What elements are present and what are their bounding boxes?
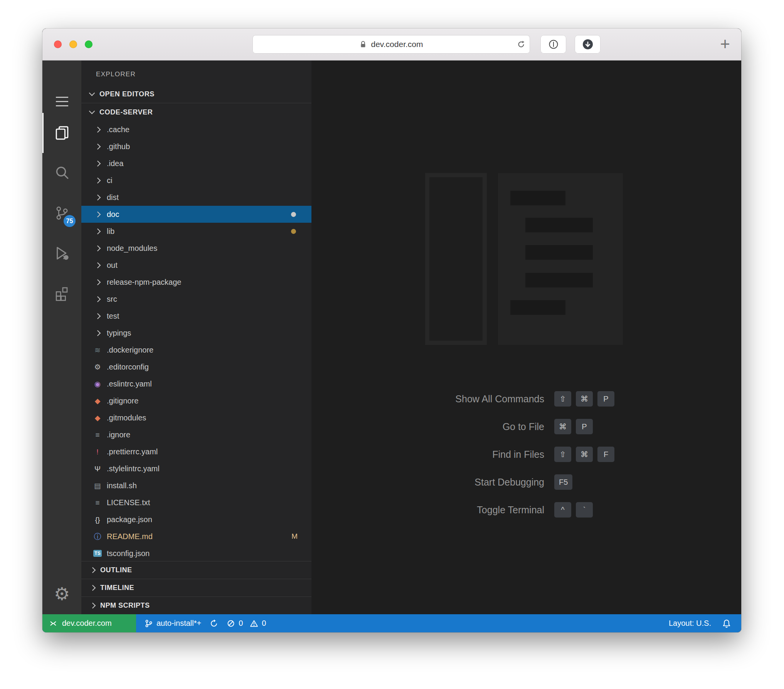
traffic-lights [54, 40, 93, 48]
browser-window: dev.coder.com [42, 29, 741, 632]
tree-file-.editorconfig[interactable]: ⚙.editorconfig [81, 358, 311, 375]
entry-name: .cache [107, 125, 130, 134]
content-blocker-button[interactable] [540, 35, 566, 54]
tree-file-.eslintrc.yaml[interactable]: ◉.eslintrc.yaml [81, 375, 311, 392]
git-branch-icon [145, 619, 153, 628]
shortcut-keys: ^` [554, 502, 593, 518]
tree-file-tsconfig.json[interactable]: TStsconfig.json [81, 545, 311, 561]
modified-indicator-dot [291, 212, 296, 217]
open-editors-header[interactable]: OPEN EDITORS [81, 85, 311, 103]
shortcut-label: Start Debugging [321, 477, 554, 488]
keycap: P [576, 419, 593, 434]
chevron-right-icon [90, 603, 96, 609]
editorconfig-gear-icon: ⚙ [92, 363, 103, 371]
source-control-tab[interactable]: 75 [42, 193, 81, 233]
sync-button[interactable] [210, 619, 218, 628]
tree-folder-.idea[interactable]: .idea [81, 155, 311, 172]
tree-folder-ci[interactable]: ci [81, 172, 311, 189]
chevron-right-icon [92, 314, 103, 318]
npm-scripts-section-header[interactable]: NPM SCRIPTS [81, 597, 311, 614]
shortcut-keys: ⌘P [554, 419, 593, 434]
tree-file-.gitmodules[interactable]: ◆.gitmodules [81, 409, 311, 426]
chevron-right-icon [92, 229, 103, 234]
chevron-right-icon [92, 161, 103, 166]
settings-gear-icon[interactable]: ⚙ [42, 585, 81, 603]
explorer-sidebar: EXPLORER OPEN EDITORS CODE-SERVER .cache… [81, 60, 311, 614]
tree-folder-doc[interactable]: doc [81, 206, 311, 223]
shortcut-keys: ⇧⌘P [554, 391, 614, 407]
branch-label: auto-install*+ [156, 619, 201, 628]
tree-file-.gitignore[interactable]: ◆.gitignore [81, 392, 311, 409]
keyboard-layout-indicator[interactable]: Layout: U.S. [669, 619, 711, 628]
keycap: ` [576, 502, 593, 518]
close-button[interactable] [54, 40, 62, 48]
entry-name: release-npm-package [107, 278, 181, 287]
timeline-section-header[interactable]: TIMELINE [81, 579, 311, 597]
tree-folder-test[interactable]: test [81, 308, 311, 324]
tree-file-package.json[interactable]: {}package.json [81, 511, 311, 528]
notifications-bell-icon[interactable] [722, 619, 731, 628]
shortcut-label: Go to File [321, 421, 554, 432]
watermark-bar [525, 245, 593, 260]
docker-icon: ≋ [92, 346, 103, 354]
problems-indicator[interactable]: 0 [227, 619, 243, 628]
entry-name: .prettierrc.yaml [107, 447, 158, 456]
tree-file-.ignore[interactable]: ≡.ignore [81, 426, 311, 443]
extensions-tab[interactable] [42, 273, 81, 313]
tree-folder-.github[interactable]: .github [81, 138, 311, 155]
branch-indicator[interactable]: auto-install*+ [145, 619, 201, 628]
url-bar[interactable]: dev.coder.com [252, 35, 530, 54]
tree-file-.dockerignore[interactable]: ≋.dockerignore [81, 341, 311, 358]
explorer-tab[interactable] [42, 113, 81, 153]
entry-name: .gitmodules [107, 413, 146, 422]
url-text: dev.coder.com [371, 40, 423, 49]
tree-file-README.md[interactable]: ⓘREADME.mdM [81, 528, 311, 545]
keycap: ^ [554, 502, 571, 518]
tree-file-install.sh[interactable]: ▤install.sh [81, 477, 311, 494]
tree-folder-release-npm-package[interactable]: release-npm-package [81, 274, 311, 291]
menu-button[interactable] [42, 90, 81, 113]
tree-folder-typings[interactable]: typings [81, 324, 311, 341]
source-control-badge: 75 [64, 215, 76, 227]
warnings-indicator[interactable]: 0 [250, 619, 266, 628]
browser-toolbar: dev.coder.com [42, 29, 741, 60]
timeline-label: TIMELINE [100, 584, 134, 592]
tree-folder-lib[interactable]: lib [81, 223, 311, 240]
shortcut-label: Show All Commands [321, 393, 554, 405]
keycap: ⇧ [554, 391, 571, 407]
tree-folder-out[interactable]: out [81, 257, 311, 274]
keycap: F [597, 447, 614, 462]
tree-folder-src[interactable]: src [81, 291, 311, 308]
shortcut-keys: ⇧⌘F [554, 447, 614, 462]
readme-info-icon: ⓘ [92, 533, 103, 540]
download-button[interactable] [575, 35, 601, 54]
shortcut-label: Toggle Terminal [321, 504, 554, 516]
chevron-right-icon [92, 331, 103, 335]
list-lines-icon: ≡ [92, 499, 103, 506]
remote-indicator[interactable]: dev.coder.com [42, 614, 136, 632]
tree-folder-.cache[interactable]: .cache [81, 121, 311, 138]
chevron-right-icon [92, 212, 103, 217]
tree-file-.prettierrc.yaml[interactable]: !.prettierrc.yaml [81, 443, 311, 460]
chevron-right-icon [92, 263, 103, 267]
workspace-root-header[interactable]: CODE-SERVER [81, 103, 311, 121]
sync-icon [210, 619, 218, 628]
new-tab-button[interactable]: + [715, 33, 735, 55]
chevron-right-icon [92, 145, 103, 149]
tree-folder-node_modules[interactable]: node_modules [81, 240, 311, 257]
entry-name: node_modules [107, 244, 157, 253]
tree-file-.stylelintrc.yaml[interactable]: Ψ.stylelintrc.yaml [81, 460, 311, 477]
activity-bar: 75 [42, 60, 81, 614]
shortcut-hint: Find in Files⇧⌘F [321, 447, 741, 462]
entry-name: .gitignore [107, 397, 138, 405]
entry-name: doc [107, 210, 119, 219]
tree-folder-dist[interactable]: dist [81, 189, 311, 206]
minimize-button[interactable] [69, 40, 77, 48]
outline-section-header[interactable]: OUTLINE [81, 561, 311, 579]
chevron-right-icon [92, 297, 103, 301]
tree-file-LICENSE.txt[interactable]: ≡LICENSE.txt [81, 494, 311, 511]
reload-button[interactable] [517, 40, 525, 49]
run-debug-tab[interactable] [42, 233, 81, 273]
search-tab[interactable] [42, 153, 81, 193]
zoom-button[interactable] [85, 40, 93, 48]
